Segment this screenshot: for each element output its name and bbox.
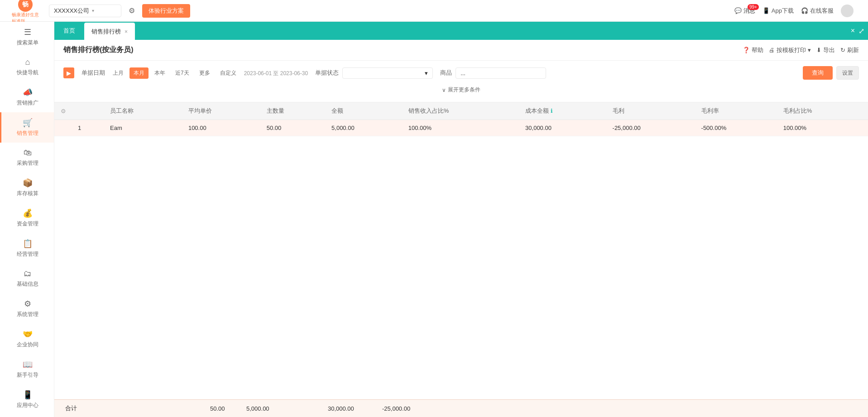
print-icon: 🖨 [769, 47, 775, 53]
message-button[interactable]: 💬 消息 99+ [734, 7, 755, 15]
online-service-button[interactable]: 🎧 在线客服 [801, 7, 834, 15]
goods-input[interactable]: ... [456, 67, 546, 79]
row-gross-rate: -500.00% [696, 120, 778, 136]
row-qty: 50.00 [261, 120, 326, 136]
sidebar-item-label: 库存核算 [17, 190, 38, 197]
basic-info-icon: 🗂 [24, 269, 32, 278]
table-row: 1 Eam 100.00 50.00 5,000.00 100.00% 30,0… [54, 120, 868, 136]
sidebar-item-label: 经营管理 [17, 250, 38, 258]
sidebar-item-quicknav[interactable]: ⌂ 快捷导航 [0, 52, 54, 82]
page-header: 销售排行榜(按业务员) ❓ 帮助 🖨 按模板打印 ▾ ⬇ [54, 40, 868, 61]
row-cost: 30,000.00 [520, 120, 607, 136]
date-range: 2023-06-01 至 2023-06-30 [244, 70, 308, 77]
date-tab-this-year[interactable]: 本年 [150, 67, 169, 79]
tab-close-all-icon[interactable]: × [851, 27, 855, 35]
tab-sales-ranking[interactable]: 销售排行榜 × [84, 23, 135, 41]
date-tab-last-month[interactable]: 上月 [109, 67, 128, 79]
col-gross-rate: 毛利率 [696, 102, 778, 120]
avatar[interactable] [841, 5, 854, 17]
sidebar-item-label: 基础信息 [17, 280, 38, 288]
sidebar-item-enterprise[interactable]: 🤝 企业协同 [0, 324, 54, 354]
col-amount: 全额 [326, 102, 403, 120]
filter-row: ▶ 单据日期 上月 本月 本年 近7天 更多 自定义 [63, 66, 859, 80]
col-settings-icon[interactable]: ⚙ [61, 108, 66, 115]
sidebar-item-label: 应用中心 [17, 402, 38, 409]
date-filter-label: 单据日期 [82, 69, 105, 77]
message-badge: 99+ [748, 4, 759, 10]
app-download-button[interactable]: 📱 App下载 [762, 7, 794, 15]
help-button[interactable]: ❓ 帮助 [743, 46, 763, 54]
home-icon: ⌂ [25, 58, 30, 67]
cost-info-icon: ℹ [551, 108, 553, 114]
sidebar-item-guide[interactable]: 📖 新手引导 [0, 354, 54, 384]
purchase-icon: 🛍 [24, 148, 32, 158]
table-header-row: ⚙ 员工名称 平均单价 主数量 全额 销售收入占比% 成本全额 ℹ 毛利 毛 [54, 102, 868, 120]
company-selector[interactable]: XXXXXX公司 ▾ [49, 5, 121, 17]
logo-icon: 畅 [18, 0, 33, 12]
filter-expand-arrow[interactable]: ▶ [63, 67, 74, 78]
sidebar-item-marketing[interactable]: 📣 营销推广 [0, 82, 54, 112]
sidebar-item-label: 营销推广 [17, 99, 38, 107]
sidebar-item-finance[interactable]: 💰 资金管理 [0, 203, 54, 233]
tab-home[interactable]: 首页 [54, 22, 84, 40]
tab-close-icon[interactable]: × [125, 29, 128, 35]
col-gross-pct: 毛利占比% [778, 102, 868, 120]
col-qty: 主数量 [261, 102, 326, 120]
date-tab-7days[interactable]: 近7天 [171, 67, 193, 79]
sidebar-item-sales[interactable]: 🛒 销售管理 [0, 112, 54, 143]
sidebar: ☰ 搜索菜单 ⌂ 快捷导航 📣 营销推广 🛒 销售管理 🛍 采购管理 📦 库 [0, 22, 54, 417]
topbar-right: 💬 消息 99+ 📱 App下载 🎧 在线客服 [734, 5, 861, 17]
date-tab-custom[interactable]: 自定义 [216, 67, 240, 79]
app-download-icon: 📱 [762, 7, 770, 14]
col-sales-pct: 销售收入占比% [403, 102, 520, 120]
row-sales-pct: 100.00% [403, 120, 520, 136]
finance-icon: 💰 [23, 208, 33, 218]
company-name: XXXXXX公司 [54, 7, 89, 15]
print-button[interactable]: 🖨 按模板打印 ▾ [769, 46, 811, 54]
tab-bar-right: × ⤢ [851, 27, 868, 35]
sidebar-item-operations[interactable]: 📋 经营管理 [0, 233, 54, 264]
expand-more-button[interactable]: ∨ 展开更多条件 [439, 83, 483, 96]
data-table: ⚙ 员工名称 平均单价 主数量 全额 销售收入占比% 成本全额 ℹ 毛利 毛 [54, 102, 868, 136]
filter-settings-button[interactable]: 设置 [836, 66, 859, 80]
sidebar-item-wechat[interactable]: 💬 企业微信 [0, 415, 54, 417]
col-gross: 毛利 [607, 102, 696, 120]
sidebar-item-label: 系统管理 [17, 311, 38, 318]
page-content: 销售排行榜(按业务员) ❓ 帮助 🖨 按模板打印 ▾ ⬇ [54, 40, 868, 417]
sales-icon: 🛒 [23, 118, 33, 128]
sidebar-item-label: 企业协同 [17, 341, 38, 349]
expand-chevron-icon: ∨ [442, 87, 446, 93]
online-service-label: 在线客服 [810, 7, 834, 15]
topbar-settings-icon[interactable]: ⚙ [127, 5, 137, 17]
search-menu-icon: ☰ [24, 27, 31, 37]
sidebar-item-appcenter[interactable]: 📱 应用中心 [0, 384, 54, 415]
tab-restore-icon[interactable]: ⤢ [858, 27, 864, 35]
enterprise-icon: 🤝 [23, 329, 33, 339]
sidebar-item-purchase[interactable]: 🛍 采购管理 [0, 143, 54, 173]
export-icon: ⬇ [816, 47, 821, 53]
sidebar-item-basic-info[interactable]: 🗂 基础信息 [0, 264, 54, 293]
guide-icon: 📖 [23, 359, 33, 369]
row-amount: 5,000.00 [326, 120, 403, 136]
footer-gross: -25,000.00 [377, 405, 431, 412]
sidebar-item-system[interactable]: ⚙ 系统管理 [0, 293, 54, 324]
sidebar-item-label: 采购管理 [17, 159, 38, 167]
status-select[interactable]: ▾ [342, 67, 433, 79]
trial-button[interactable]: 体验行业方案 [142, 4, 190, 18]
sidebar-item-label: 资金管理 [17, 220, 38, 228]
refresh-button[interactable]: ↻ 刷新 [840, 46, 859, 54]
logo-area: 畅 畅康通好生意 标准版 [7, 0, 43, 24]
sidebar-item-inventory[interactable]: 📦 库存核算 [0, 173, 54, 203]
date-tab-more[interactable]: 更多 [195, 67, 214, 79]
tab-bar: 首页 销售排行榜 × × ⤢ [54, 22, 868, 40]
page-actions: ❓ 帮助 🖨 按模板打印 ▾ ⬇ 导出 ↻ [743, 46, 859, 54]
footer-amount: 5,000.00 [241, 405, 286, 412]
col-settings: ⚙ [54, 102, 72, 120]
row-avg-price: 100.00 [183, 120, 261, 136]
date-tab-this-month[interactable]: 本月 [129, 67, 149, 79]
export-button[interactable]: ⬇ 导出 [816, 46, 835, 54]
query-button[interactable]: 查询 [803, 66, 833, 80]
sidebar-item-search[interactable]: ☰ 搜索菜单 [0, 22, 54, 52]
footer-label: 合计 [60, 404, 205, 412]
status-filter-label: 单据状态 [315, 69, 339, 77]
